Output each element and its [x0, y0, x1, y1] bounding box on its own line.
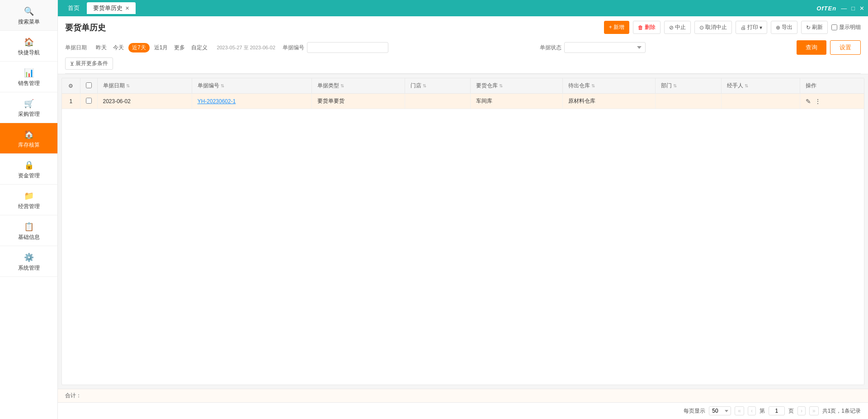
date-opt-last1month[interactable]: 近1月 [152, 43, 170, 52]
sidebar-icon-system: ⚙️ [24, 252, 34, 262]
close-icon[interactable]: ✕ [859, 5, 864, 12]
date-options: 昨天今天近7天近1月更多自定义 [94, 43, 209, 52]
filter-area: 单据日期 昨天今天近7天近1月更多自定义 2023-05-27 至 2023-0… [65, 38, 861, 74]
row-doc-type: 要货单要货 [312, 94, 405, 109]
refresh-icon: ↻ [806, 24, 811, 31]
sidebar-item-finance[interactable]: 🔒资金管理 [0, 154, 57, 185]
sidebar-item-shortcut[interactable]: 🏠快捷导航 [0, 31, 57, 62]
sidebar-icon-operations: 📁 [24, 191, 34, 201]
tab-label-home: 首页 [68, 4, 80, 12]
first-page-button[interactable]: « [735, 406, 744, 415]
th-action: 操作 [800, 78, 864, 94]
maximize-icon[interactable]: □ [851, 5, 855, 12]
th-req-warehouse: 要货仓库 ⇅ [471, 78, 562, 94]
print-button[interactable]: 🖨 打印 ▾ [736, 21, 767, 34]
expand-more-button[interactable]: ⊻ 展开更多条件 [65, 57, 113, 70]
last-page-button[interactable]: » [809, 406, 819, 415]
tab-label-requisition-history: 要货单历史 [93, 4, 123, 12]
row-checkbox-cell [80, 94, 97, 109]
sidebar-icon-inventory: 🏠 [24, 129, 34, 139]
stop-button[interactable]: ⊘ 中止 [664, 21, 691, 34]
date-opt-custom[interactable]: 自定义 [189, 43, 209, 52]
page-number-input[interactable] [769, 406, 785, 415]
sidebar-item-inventory[interactable]: 🏠库存核算 [0, 123, 57, 154]
table-header-row: ⚙ 单据日期 ⇅ 单据编号 [62, 78, 864, 94]
tab-requisition-history[interactable]: 要货单历史✕ [87, 2, 136, 14]
sidebar-icon-finance: 🔒 [24, 160, 34, 170]
sidebar-label-system: 系统管理 [18, 264, 40, 272]
sidebar-item-sales[interactable]: 📊销售管理 [0, 62, 57, 92]
doc-no-filter-group: 单据编号 [283, 42, 532, 53]
pagination-bar: 每页显示 50 10 20 100 « ‹ 第 页 › » 共1页，1条记录 [58, 402, 868, 419]
display-detail-checkbox[interactable] [831, 24, 837, 30]
data-table: ⚙ 单据日期 ⇅ 单据编号 [62, 78, 864, 109]
th-doc-type: 单据类型 ⇅ [312, 78, 405, 94]
settings-button[interactable]: 设置 [830, 40, 861, 55]
display-detail-toggle[interactable]: 显示明细 [831, 24, 861, 31]
total-info: 共1页，1条记录 [822, 407, 861, 415]
sidebar-icon-basic: 📋 [24, 222, 34, 232]
row-edit-button[interactable]: ✎ [806, 98, 811, 105]
sidebar-item-basic[interactable]: 📋基础信息 [0, 215, 57, 246]
th-handler: 经手人 ⇅ [721, 78, 800, 94]
brand-label: OfTEn [816, 5, 836, 12]
row-doc-no: YH-20230602-1 [192, 94, 312, 109]
th-store: 门店 ⇅ [405, 78, 471, 94]
sidebar-item-system[interactable]: ⚙️系统管理 [0, 246, 57, 277]
sidebar-label-finance: 资金管理 [18, 172, 40, 180]
new-button[interactable]: + 新增 [604, 21, 629, 34]
expand-icon: ⊻ [70, 61, 74, 67]
row-num: 1 [62, 94, 80, 109]
sidebar-item-search[interactable]: 🔍搜索菜单 [0, 0, 57, 31]
date-opt-today[interactable]: 今天 [111, 43, 126, 52]
export-button[interactable]: ⊕ 导出 [771, 21, 797, 34]
page-size-select[interactable]: 50 10 20 100 [709, 406, 731, 415]
date-opt-yesterday[interactable]: 昨天 [94, 43, 108, 52]
print-icon: 🖨 [741, 24, 746, 31]
table-area: ⚙ 单据日期 ⇅ 单据编号 [61, 78, 864, 385]
next-page-button[interactable]: › [797, 406, 806, 415]
sidebar-icon-purchase: 🛒 [24, 99, 34, 109]
th-settings: ⚙ [62, 78, 80, 94]
tab-home[interactable]: 首页 [61, 2, 86, 14]
row-more-button[interactable]: ⋮ [815, 98, 821, 105]
sidebar-label-operations: 经营管理 [18, 203, 40, 210]
sidebar-label-search: 搜索菜单 [18, 18, 40, 26]
sidebar-item-operations[interactable]: 📁经营管理 [0, 185, 57, 215]
sidebar-item-purchase[interactable]: 🛒采购管理 [0, 92, 57, 123]
stop-icon: ⊘ [669, 24, 674, 31]
query-button[interactable]: 查询 [797, 40, 826, 55]
row-checkbox-0[interactable] [86, 98, 92, 104]
sidebar-label-shortcut: 快捷导航 [18, 49, 40, 57]
toolbar: + 新增 🗑 删除 ⊘ 中止 ⊙ 取消中止 🖨 打 [604, 21, 861, 34]
page-header: 要货单历史 + 新增 🗑 删除 ⊘ 中止 ⊙ 取消中止 [58, 16, 868, 74]
page-area: 要货单历史 + 新增 🗑 删除 ⊘ 中止 ⊙ 取消中止 [58, 16, 868, 419]
prev-page-button[interactable]: ‹ [748, 406, 756, 415]
cancel-stop-button[interactable]: ⊙ 取消中止 [694, 21, 732, 34]
date-opt-more[interactable]: 更多 [172, 43, 187, 52]
select-all-checkbox[interactable] [86, 82, 92, 88]
page-label-suffix: 页 [788, 407, 794, 415]
sort-icon-handler: ⇅ [745, 83, 748, 88]
minimize-icon[interactable]: — [841, 5, 847, 12]
status-select[interactable] [564, 42, 646, 53]
sort-icon-store: ⇅ [423, 83, 426, 88]
print-dropdown-icon: ▾ [760, 24, 762, 31]
sidebar-label-sales: 销售管理 [18, 80, 40, 87]
doc-no-input[interactable] [307, 42, 388, 53]
row-actions: ✎ ⋮ [800, 94, 864, 109]
cancel-stop-icon: ⊙ [699, 24, 704, 31]
sort-icon-req-warehouse: ⇅ [499, 83, 503, 88]
date-range-display: 2023-05-27 至 2023-06-02 [217, 44, 275, 51]
table-row: 1 2023-06-02 YH-20230602-1 要货单要货 车间库 原材料… [62, 94, 864, 109]
row-store [405, 94, 471, 109]
page-title: 要货单历史 [65, 22, 106, 33]
delete-button[interactable]: 🗑 删除 [633, 21, 660, 34]
table-footer: 合计： [58, 389, 868, 402]
date-opt-last7days[interactable]: 近7天 [128, 43, 150, 52]
doc-no-link[interactable]: YH-20230602-1 [198, 98, 236, 105]
sort-icon-doc-type: ⇅ [340, 83, 344, 88]
th-pending-warehouse: 待出仓库 ⇅ [562, 78, 656, 94]
refresh-button[interactable]: ↻ 刷新 [801, 21, 828, 34]
tab-close-requisition-history[interactable]: ✕ [125, 5, 129, 11]
